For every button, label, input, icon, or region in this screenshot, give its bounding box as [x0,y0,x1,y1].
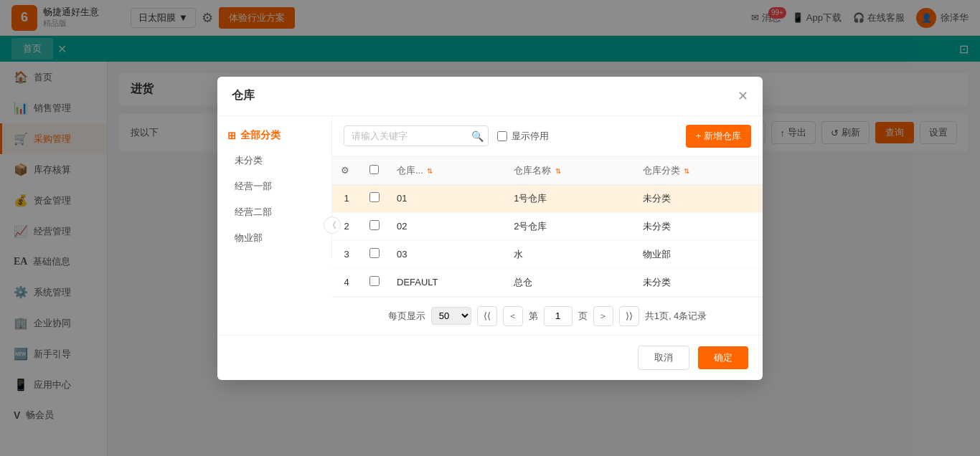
cat-item-0[interactable]: 未分类 [217,148,331,174]
per-page-label: 每页显示 [388,310,425,323]
cell-num: 1 [332,184,361,212]
cat-item-label-3: 物业部 [235,232,263,243]
table-row[interactable]: 4 DEFAULT 总仓 未分类 [332,268,763,296]
cat-item-label-0: 未分类 [235,155,263,166]
page-number-input[interactable]: 1 [544,306,573,326]
page-label: 第 [529,310,538,323]
th-name-label: 仓库名称 [514,165,551,176]
show-disabled-checkbox[interactable] [497,131,507,141]
confirm-btn[interactable]: 确定 [698,346,748,369]
cell-category: 未分类 [634,268,763,296]
search-input-wrap: 🔍 [344,125,489,146]
modal-footer: 取消 确定 [217,335,763,380]
th-code-label: 仓库... [397,165,423,176]
search-input[interactable] [344,126,488,146]
right-panel: 🔍 显示停用 + 新增仓库 ⚙ [332,116,763,335]
show-disabled-label: 显示停用 [497,130,549,143]
total-label: 共1页, 4条记录 [645,310,707,323]
cell-checkbox[interactable] [361,268,388,296]
add-warehouse-btn[interactable]: + 新增仓库 [686,125,751,148]
page-last-btn[interactable]: ⟩⟩ [619,306,639,326]
cell-category: 未分类 [634,184,763,212]
cell-name: 1号仓库 [505,184,633,212]
per-page-select[interactable]: 50 20 100 [431,307,471,325]
search-bar: 🔍 显示停用 + 新增仓库 [332,116,763,157]
cell-num: 4 [332,268,361,296]
cell-num: 3 [332,240,361,268]
modal-body: ⊞ 全部分类 未分类 经营一部 经营二部 物业部 [217,116,763,335]
th-checkbox [361,157,388,185]
table-body: 1 01 1号仓库 未分类 2 02 2号仓库 未分类 3 03 水 物业部 4… [332,184,763,296]
sort-icon-name: ⇅ [555,167,561,175]
th-gear[interactable]: ⚙ [332,157,361,185]
cat-item-1[interactable]: 经营一部 [217,174,331,199]
cat-all[interactable]: ⊞ 全部分类 [217,123,331,148]
modal-header: 仓库 ✕ [217,77,763,116]
cancel-btn[interactable]: 取消 [638,346,689,370]
search-icon[interactable]: 🔍 [471,130,484,142]
cat-item-label-1: 经营一部 [235,181,272,191]
select-all-checkbox[interactable] [369,165,379,174]
cell-category: 未分类 [634,212,763,240]
cell-code: 03 [388,240,505,268]
cat-collapse-btn[interactable]: 《 [324,217,341,234]
th-name[interactable]: 仓库名称 ⇅ [505,157,633,185]
th-category-label: 仓库分类 [643,165,680,176]
page-prev-btn[interactable]: ＜ [503,306,523,326]
page-end-label: 页 [578,310,588,323]
table-container: ⚙ 仓库... ⇅ 仓库名称 ⇅ [332,157,763,297]
warehouse-table: ⚙ 仓库... ⇅ 仓库名称 ⇅ [332,157,763,297]
page-first-btn[interactable]: ⟨⟨ [477,306,497,326]
cell-name: 总仓 [505,268,633,296]
cell-name: 水 [505,240,633,268]
cat-item-3[interactable]: 物业部 [217,225,331,251]
cat-item-2[interactable]: 经营二部 [217,199,331,225]
cell-code: 01 [388,184,505,212]
warehouse-modal: 仓库 ✕ ⊞ 全部分类 未分类 经营一部 [217,77,763,380]
table-row[interactable]: 3 03 水 物业部 [332,240,763,268]
modal-title: 仓库 [232,88,255,103]
cell-checkbox[interactable] [361,184,388,212]
sort-icon-category: ⇅ [684,167,689,175]
cell-checkbox[interactable] [361,212,388,240]
cat-panel-wrap: ⊞ 全部分类 未分类 经营一部 经营二部 物业部 [217,116,332,335]
cell-category: 物业部 [634,240,763,268]
modal-overlay: 仓库 ✕ ⊞ 全部分类 未分类 经营一部 [0,0,980,456]
table-row[interactable]: 1 01 1号仓库 未分类 [332,184,763,212]
show-disabled-text: 显示停用 [512,130,549,143]
table-header: ⚙ 仓库... ⇅ 仓库名称 ⇅ [332,157,763,185]
th-category[interactable]: 仓库分类 ⇅ [634,157,763,185]
grid-icon: ⊞ [227,130,236,141]
cat-all-label: 全部分类 [240,129,281,142]
cell-checkbox[interactable] [361,240,388,268]
cat-panel: ⊞ 全部分类 未分类 经营一部 经营二部 物业部 [217,116,332,258]
cell-code: 02 [388,212,505,240]
modal-close-btn[interactable]: ✕ [738,88,748,104]
cat-item-label-2: 经营二部 [235,206,272,217]
sort-icon-code: ⇅ [427,167,433,175]
cell-name: 2号仓库 [505,212,633,240]
pagination: 每页显示 50 20 100 ⟨⟨ ＜ 第 1 页 ＞ ⟩⟩ 共1页, 4条记录 [332,297,763,335]
page-next-btn[interactable]: ＞ [593,306,613,326]
table-row[interactable]: 2 02 2号仓库 未分类 [332,212,763,240]
cell-code: DEFAULT [388,268,505,296]
th-code[interactable]: 仓库... ⇅ [388,157,505,185]
